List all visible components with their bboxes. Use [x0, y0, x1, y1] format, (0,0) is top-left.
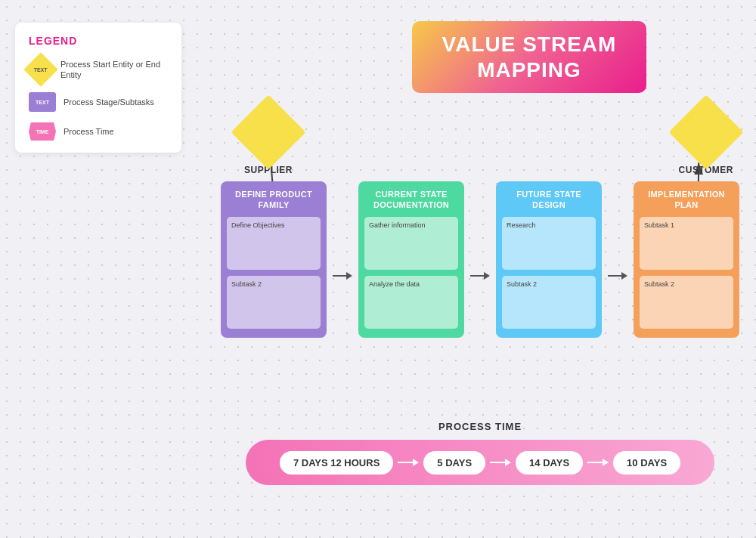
process-time-label: PROCESS TIME [219, 421, 741, 432]
subtask-text-3-2: Subtask 2 [507, 280, 537, 288]
arrow-line-2-3 [470, 275, 484, 277]
legend-item-time: TIME Process Time [29, 122, 168, 141]
legend-rect-label: TEXT [36, 100, 49, 105]
legend-diamond-shape: TEXT [23, 52, 57, 86]
process-col-3: FUTURE STATE DESIGN Research Subtask 2 [496, 181, 602, 338]
arrow-head-1-2 [346, 272, 352, 280]
title-line2: MAPPING [477, 58, 581, 82]
time-arrow-1 [398, 459, 419, 466]
legend-item-rect: TEXT Process Stage/Subtasks [29, 92, 168, 112]
legend-time-label: TIME [36, 129, 49, 134]
time-bar: 7 DAYS 12 HOURS 5 DAYS 14 DAYS 10 DAYS [246, 440, 714, 485]
legend-panel: LEGEND TEXT Process Start Entity or End … [15, 23, 181, 153]
arrow-line-1-2 [333, 275, 346, 277]
arrow-3-4 [608, 272, 627, 280]
process-col-1: DEFINE PRODUCT FAMILY Define Objectives … [221, 181, 327, 338]
process-col-4: IMPLEMENTATION PLAN Subtask 1 Subtask 2 [634, 181, 739, 338]
supplier-diamond [231, 95, 306, 170]
arrow-head-2-3 [484, 272, 490, 280]
title-box: VALUE STREAM MAPPING [412, 21, 647, 93]
subtask-card-3-1: Research [502, 217, 596, 270]
subtask-text-4-1: Subtask 1 [644, 221, 674, 229]
time-arrow-head-3 [603, 459, 609, 466]
subtask-card-4-2: Subtask 2 [640, 276, 733, 329]
arrow-1-2 [333, 272, 352, 280]
customer-container: CUSTOMER [679, 106, 733, 175]
subtask-card-2-2: Analyze the data [364, 276, 458, 329]
process-title-2: CURRENT STATE DOCUMENTATION [364, 189, 458, 211]
subtask-card-1-1: Define Objectives [227, 217, 321, 270]
arrow-line-3-4 [608, 275, 621, 277]
subtask-card-3-2: Subtask 2 [502, 276, 596, 329]
legend-title: LEGEND [29, 35, 168, 47]
page-container: LEGEND TEXT Process Start Entity or End … [0, 0, 756, 538]
time-arrow-line-2 [490, 462, 505, 463]
title-banner: VALUE STREAM MAPPING [318, 21, 741, 93]
legend-rect-description: Process Stage/Subtasks [64, 97, 154, 107]
subtask-text-2-2: Analyze the data [369, 280, 420, 288]
process-time-section: PROCESS TIME 7 DAYS 12 HOURS 5 DAYS 14 D… [219, 421, 741, 485]
process-title-1: DEFINE PRODUCT FAMILY [227, 189, 321, 211]
process-title-3: FUTURE STATE DESIGN [502, 189, 596, 211]
legend-diamond-label: TEXT [34, 66, 48, 72]
supplier-container: SUPPLIER [242, 106, 295, 175]
subtask-text-1-2: Subtask 2 [231, 280, 262, 288]
process-title-4: IMPLEMENTATION PLAN [640, 189, 733, 211]
legend-item-diamond: TEXT Process Start Entity or End Entity [29, 57, 168, 82]
time-arrow-line-1 [398, 462, 413, 463]
subtask-text-2-1: Gather information [369, 221, 426, 229]
arrow-2-3 [470, 272, 490, 280]
time-arrow-line-3 [587, 462, 603, 463]
process-col-2: CURRENT STATE DOCUMENTATION Gather infor… [358, 181, 464, 338]
time-arrow-head-2 [505, 459, 511, 466]
time-pill-1: 7 DAYS 12 HOURS [280, 451, 393, 475]
diagram-area: SUPPLIER CUSTOMER DEFINE PRODUCT FAMILY … [219, 98, 741, 493]
time-pill-3: 14 DAYS [516, 451, 583, 475]
subtask-card-2-1: Gather information [364, 217, 458, 270]
legend-rect-shape: TEXT [29, 92, 56, 112]
time-arrow-3 [587, 459, 609, 466]
processes-row: DEFINE PRODUCT FAMILY Define Objectives … [219, 181, 741, 338]
customer-diamond [668, 95, 743, 170]
time-arrow-head-1 [413, 459, 419, 466]
legend-time-description: Process Time [64, 126, 114, 137]
subtask-card-4-1: Subtask 1 [640, 217, 733, 270]
subtask-text-3-1: Research [507, 221, 536, 229]
subtask-text-1-1: Define Objectives [231, 221, 285, 229]
subtask-text-4-2: Subtask 2 [644, 280, 674, 288]
time-arrow-2 [490, 459, 511, 466]
title-line1: VALUE STREAM [442, 32, 617, 56]
legend-time-shape: TIME [29, 122, 56, 141]
title-text: VALUE STREAM MAPPING [442, 32, 617, 82]
time-pill-4: 10 DAYS [613, 451, 680, 475]
legend-diamond-description: Process Start Entity or End Entity [60, 59, 168, 81]
arrow-head-3-4 [621, 272, 627, 280]
time-pill-2: 5 DAYS [423, 451, 485, 475]
subtask-card-1-2: Subtask 2 [227, 276, 321, 329]
